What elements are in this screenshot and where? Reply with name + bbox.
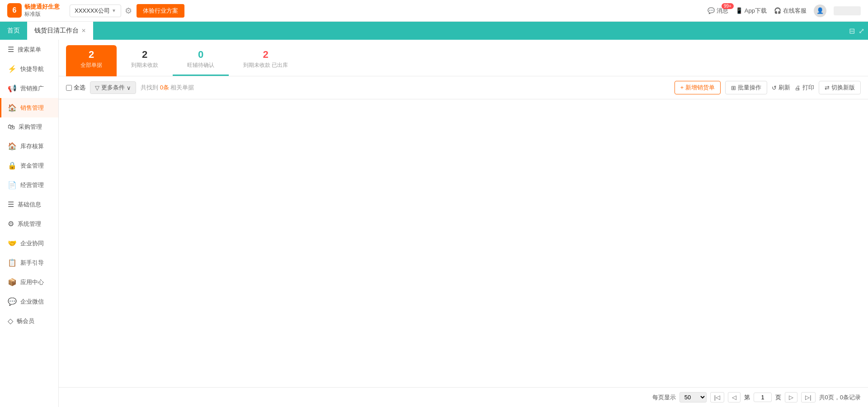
stats-shipped-label: 到期未收款 已出库 [243,61,288,69]
minimize-icon[interactable]: ⊟ [849,27,855,35]
stats-tab-pending[interactable]: 0 旺辅待确认 [173,45,229,76]
sidebar-item-search[interactable]: ☰ 搜索菜单 [0,40,58,59]
basic-icon: ☰ [8,200,14,209]
username-placeholder [834,6,861,15]
tabbar: 首页 钱货日清工作台 ✕ ⊟ ⤢ [0,22,868,40]
sidebar: ☰ 搜索菜单 ⚡ 快捷导航 📢 营销推广 🏠 销售管理 🛍 采购管理 🏠 库存核… [0,40,59,407]
message-btn[interactable]: 💬 消息 99 [708,7,728,15]
service-icon: 🎧 [774,7,781,14]
checkbox-input[interactable] [66,85,72,91]
sidebar-item-finance-label: 资金管理 [20,162,44,170]
table-area [59,99,868,387]
appstore-icon: 📦 [8,278,17,286]
sidebar-item-operations-label: 经营管理 [20,181,44,189]
filter-btn[interactable]: ▽ 更多条件 ∨ [90,81,136,94]
sidebar-item-finance[interactable]: 🔒 资金管理 [0,156,58,175]
sidebar-item-basic-label: 基础信息 [18,201,41,209]
online-service-label: 在线客服 [783,7,807,15]
guide-icon: 📋 [8,258,17,267]
sidebar-item-sales[interactable]: 🏠 销售管理 [0,98,58,117]
stats-all-count: 2 [89,49,94,61]
sidebar-item-quick[interactable]: ⚡ 快捷导航 [0,59,58,79]
found-text: 共找到 0条 相关单据 [141,84,194,92]
toolbar-right: + 新增销货单 ⊞ 批量操作 ↺ 刷新 🖨 打印 ⇄ 切换新版 [675,81,861,94]
page-input[interactable] [754,393,772,402]
message-icon: 💬 [708,7,715,14]
logo-icon: 6 [7,3,22,18]
stats-tab-shipped[interactable]: 2 到期未收款 已出库 [229,45,302,76]
page-suffix: 页 [775,393,781,402]
batch-label: 批量操作 [738,84,761,92]
settings-icon[interactable]: ⚙ [125,6,132,16]
sidebar-item-basic[interactable]: ☰ 基础信息 [0,195,58,214]
sidebar-item-appstore-label: 应用中心 [20,278,44,286]
stats-pending-count: 0 [198,49,203,61]
page-first-btn[interactable]: |◁ [710,392,724,402]
page-label: 第 [744,393,750,402]
stats-shipped-count: 2 [263,49,269,61]
sidebar-item-guide[interactable]: 📋 新手引导 [0,253,58,272]
stats-tab-all[interactable]: 2 全部单据 [66,45,117,76]
sidebar-item-inventory[interactable]: 🏠 库存核算 [0,136,58,156]
chevron-down-icon: ∨ [127,84,131,91]
sidebar-item-member-label: 畅会员 [17,317,34,325]
sales-icon: 🏠 [8,103,17,112]
chevron-down-icon: ▼ [112,8,116,13]
sidebar-item-sales-label: 销售管理 [20,104,44,112]
stats-overdue-label: 到期未收款 [131,61,158,69]
sidebar-item-operations[interactable]: 📄 经营管理 [0,175,58,195]
add-sales-btn[interactable]: + 新增销货单 [675,81,721,94]
member-icon: ◇ [8,317,13,325]
select-all-label: 全选 [74,84,85,92]
expand-icon[interactable]: ⤢ [859,27,864,35]
search-menu-icon: ☰ [8,45,14,54]
stats-tabs: 2 全部单据 2 到期未收款 0 旺辅待确认 2 到期未收款 已出库 [59,40,868,76]
sidebar-item-member[interactable]: ◇ 畅会员 [0,311,58,331]
batch-icon: ⊞ [731,84,736,91]
tab-work[interactable]: 钱货日清工作台 ✕ [27,22,93,40]
app-download-label: App下载 [745,7,767,15]
app-download-btn[interactable]: 📱 App下载 [736,7,767,15]
toolbar: 全选 ▽ 更多条件 ∨ 共找到 0条 相关单据 + 新增销货单 ⊞ 批量操作 [59,76,868,99]
page-next-btn[interactable]: ▷ [785,392,797,402]
operations-icon: 📄 [8,181,17,189]
sidebar-item-system[interactable]: ⚙ 系统管理 [0,214,58,234]
experience-btn[interactable]: 体验行业方案 [137,4,184,18]
print-btn[interactable]: 🖨 打印 [795,84,814,92]
print-label: 打印 [802,84,814,92]
content: 2 全部单据 2 到期未收款 0 旺辅待确认 2 到期未收款 已出库 全选 [59,40,868,407]
company-selector[interactable]: XXXXXX公司 ▼ [70,5,121,17]
print-icon: 🖨 [795,84,801,91]
sidebar-item-enterprise-label: 企业协同 [20,239,44,248]
switch-new-version-btn[interactable]: ⇄ 切换新版 [819,81,861,94]
page-prev-btn[interactable]: ◁ [728,392,741,402]
total-info: 共0页，0条记录 [819,393,861,402]
system-icon: ⚙ [8,220,14,228]
online-service-btn[interactable]: 🎧 在线客服 [774,7,807,15]
sidebar-item-wechat-label: 企业微信 [20,298,44,306]
sidebar-item-purchase[interactable]: 🛍 采购管理 [0,117,58,136]
sidebar-item-system-label: 系统管理 [18,220,41,228]
refresh-btn[interactable]: ↺ 刷新 [772,84,790,92]
sidebar-item-wechat[interactable]: 💬 企业微信 [0,292,58,311]
sidebar-item-search-label: 搜索菜单 [18,46,41,54]
app-download-icon: 📱 [736,7,743,14]
wechat-icon: 💬 [8,297,17,306]
sidebar-item-marketing[interactable]: 📢 营销推广 [0,79,58,98]
tab-home-label: 首页 [7,27,20,35]
per-page-select[interactable]: 50 100 200 [679,392,707,402]
tabbar-right: ⊟ ⤢ [849,27,868,35]
avatar[interactable]: 👤 [814,5,826,17]
sidebar-item-enterprise[interactable]: 🤝 企业协同 [0,234,58,253]
batch-operation-btn[interactable]: ⊞ 批量操作 [725,81,767,94]
sidebar-item-appstore[interactable]: 📦 应用中心 [0,272,58,292]
page-last-btn[interactable]: ▷| [801,392,815,402]
select-all-checkbox[interactable]: 全选 [66,84,85,92]
sidebar-item-quick-label: 快捷导航 [20,65,44,73]
close-icon[interactable]: ✕ [81,28,86,34]
tab-home[interactable]: 首页 [0,22,27,40]
message-badge: 99 [722,3,734,9]
stats-tab-overdue[interactable]: 2 到期未收款 [117,45,173,76]
purchase-icon: 🛍 [8,123,15,131]
marketing-icon: 📢 [8,84,17,93]
